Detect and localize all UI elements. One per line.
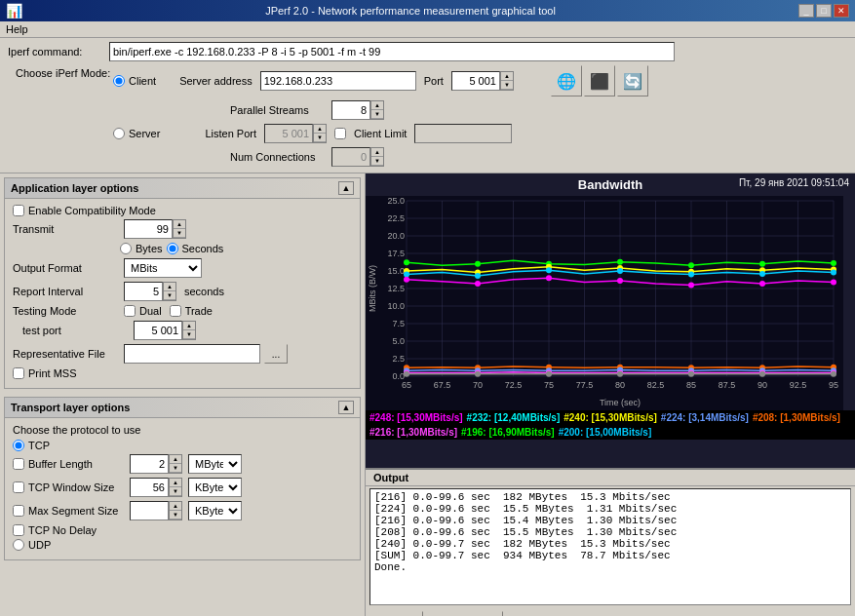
test-port-up[interactable]: ▲ — [183, 322, 195, 330]
app-layer-body: Enable Compatibility Mode Transmit ▲ ▼ B… — [5, 199, 360, 388]
num-connections-up[interactable]: ▲ — [371, 148, 383, 157]
max-seg-up[interactable]: ▲ — [170, 502, 181, 511]
buffer-length-input[interactable] — [130, 454, 169, 474]
udp-radio[interactable] — [13, 539, 24, 551]
port-down[interactable]: ▼ — [501, 81, 513, 90]
output-header: Output — [366, 470, 855, 486]
dual-checkbox[interactable] — [124, 305, 136, 317]
listen-port-input[interactable] — [264, 124, 313, 143]
seconds-label: Seconds — [182, 243, 224, 254]
tcp-window-input[interactable] — [130, 478, 169, 497]
tcp-window-up[interactable]: ▲ — [170, 479, 181, 487]
report-interval-input[interactable] — [124, 282, 163, 301]
client-limit-checkbox[interactable] — [334, 128, 346, 139]
max-segment-checkbox[interactable] — [13, 505, 24, 517]
refresh-button[interactable]: 🔄 — [617, 65, 648, 96]
transmit-label: Transmit — [13, 223, 120, 235]
seconds-unit: seconds — [184, 286, 224, 297]
iperf-command-input[interactable] — [109, 42, 675, 61]
parallel-streams-input[interactable] — [331, 100, 370, 120]
buffer-length-checkbox[interactable] — [13, 458, 24, 470]
restore-button[interactable]: □ — [816, 4, 832, 18]
client-limit-input[interactable] — [414, 124, 512, 143]
listen-port-up[interactable]: ▲ — [314, 125, 326, 134]
client-limit-label: Client Limit — [354, 128, 407, 139]
parallel-streams-label: Parallel Streams — [230, 104, 328, 116]
connect-button[interactable]: 🌐 — [551, 65, 582, 96]
interval-down[interactable]: ▼ — [164, 291, 175, 300]
trade-label: Trade — [185, 305, 213, 317]
chart-timestamp: Пт, 29 янв 2021 09:51:04 — [739, 177, 849, 188]
tcp-window-unit-select[interactable]: KBytes MBytes — [188, 478, 242, 497]
test-port-down[interactable]: ▼ — [183, 330, 195, 339]
parallel-up[interactable]: ▲ — [371, 101, 383, 110]
title-bar: 📊 JPerf 2.0 - Network performance measur… — [0, 0, 855, 21]
print-mss-label: Print MSS — [28, 367, 77, 379]
seconds-radio[interactable] — [167, 243, 178, 254]
bytes-radio[interactable] — [120, 243, 132, 254]
app-icon: 📊 — [6, 3, 22, 19]
buffer-up[interactable]: ▲ — [170, 455, 181, 464]
output-panel: Output [216] 0.0-99.6 sec 182 MBytes 15.… — [366, 468, 855, 616]
udp-label: UDP — [28, 539, 51, 551]
transmit-up[interactable]: ▲ — [174, 220, 185, 229]
transmit-down[interactable]: ▼ — [174, 229, 185, 238]
right-panel: Bandwidth Пт, 29 янв 2021 09:51:04 #248:… — [366, 173, 855, 616]
print-mss-checkbox[interactable] — [13, 367, 24, 379]
app-layer-collapse[interactable]: ▲ — [338, 181, 354, 195]
stop-button[interactable]: ⬛ — [584, 65, 615, 96]
tcp-window-label: TCP Window Size — [28, 481, 126, 493]
window-controls: _ □ ✕ — [798, 4, 849, 18]
server-radio[interactable] — [113, 128, 125, 139]
save-button[interactable]: Save — [373, 611, 423, 616]
browse-button[interactable]: ... — [264, 344, 288, 364]
output-format-select[interactable]: MBits KBits Bytes — [124, 258, 202, 278]
legend-196: #196: [16,90MBits/s] — [461, 427, 555, 438]
left-panel: Application layer options ▲ Enable Compa… — [0, 173, 366, 616]
port-input[interactable] — [451, 71, 500, 91]
legend-224: #224: [3,14MBits/s] — [661, 412, 749, 423]
num-connections-down[interactable]: ▼ — [371, 157, 383, 166]
tcp-window-checkbox[interactable] — [13, 481, 24, 493]
buffer-unit-select[interactable]: MBytes KBytes — [188, 454, 242, 474]
port-up[interactable]: ▲ — [501, 72, 513, 81]
transport-collapse[interactable]: ▲ — [338, 401, 354, 414]
listen-port-down[interactable]: ▼ — [314, 134, 326, 142]
rep-file-label: Representative File — [13, 348, 120, 360]
iperf-command-label: Iperf command: — [8, 46, 105, 58]
num-connections-input[interactable] — [331, 147, 370, 167]
trade-checkbox[interactable] — [170, 305, 181, 317]
output-text[interactable]: [216] 0.0-99.6 sec 182 MBytes 15.3 Mbits… — [369, 488, 851, 605]
interval-up[interactable]: ▲ — [164, 283, 175, 291]
num-connections-label: Num Connections — [230, 151, 328, 163]
buffer-length-label: Buffer Length — [28, 458, 126, 470]
max-seg-down[interactable]: ▼ — [170, 511, 181, 520]
server-label: Server — [129, 128, 160, 139]
test-port-input[interactable] — [134, 321, 182, 340]
max-segment-label: Max Segment Size — [28, 505, 126, 517]
testing-mode-label: Testing Mode — [13, 305, 120, 317]
legend-200: #200: [15,00MBits/s] — [559, 427, 652, 438]
client-radio[interactable] — [113, 75, 125, 87]
max-segment-input[interactable] — [130, 501, 169, 520]
transmit-input[interactable] — [124, 219, 173, 239]
close-button[interactable]: ✕ — [834, 4, 849, 18]
legend-bar: #248: [15,30MBits/s] #232: [12,40MBits/s… — [366, 410, 855, 440]
tcp-window-down[interactable]: ▼ — [170, 487, 181, 496]
clear-button[interactable]: Clear now — [429, 611, 503, 616]
server-address-input[interactable] — [260, 71, 416, 91]
minimize-button[interactable]: _ — [798, 4, 814, 18]
bytes-label: Bytes — [136, 243, 163, 254]
tcp-radio[interactable] — [13, 440, 24, 451]
menu-help[interactable]: Help — [6, 23, 28, 35]
tcp-nodelay-label: TCP No Delay — [28, 524, 97, 536]
tcp-nodelay-checkbox[interactable] — [13, 524, 24, 536]
rep-file-input[interactable] — [124, 344, 260, 364]
max-segment-unit-select[interactable]: KBytes MBytes — [188, 501, 242, 520]
client-label: Client — [129, 75, 156, 87]
buffer-down[interactable]: ▼ — [170, 464, 181, 473]
server-address-label: Server address — [179, 75, 253, 87]
parallel-down[interactable]: ▼ — [371, 110, 383, 119]
enable-compat-checkbox[interactable] — [13, 205, 24, 216]
legend-208: #208: [1,30MBits/s] — [753, 412, 840, 423]
